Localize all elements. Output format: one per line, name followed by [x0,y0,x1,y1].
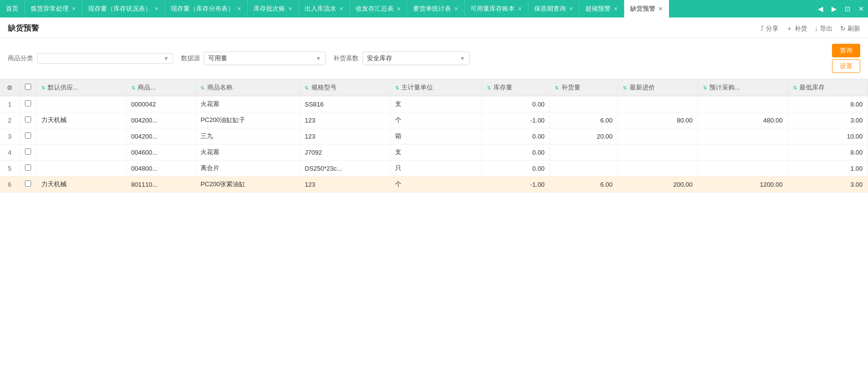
tab-home[interactable]: 首页 [0,0,25,18]
row-checkbox-cell[interactable] [19,112,36,128]
row-product-name: PC200油缸缸子 [196,112,300,128]
row-checkbox[interactable] [25,148,31,155]
table-body: 1 0000042 火花塞 SS816 支 0.00 8.00 2 力天机械 0… [0,96,868,193]
tab-expiry[interactable]: 保质期查询 ✕ [528,0,579,18]
tab-abnormal[interactable]: 炼货异常处理 ✕ [25,0,82,18]
th-checkbox[interactable] [19,79,36,96]
row-unit: 箱 [390,128,482,144]
row-stock-qty: 0.00 [482,160,550,176]
row-unit: 个 [390,176,482,193]
tab-stock-dist[interactable]: 现存量（库存分布表） ✕ [165,0,248,18]
row-unit: 只 [390,160,482,176]
row-checkbox-cell[interactable] [19,128,36,144]
th-gear[interactable]: ⚙ [0,79,19,96]
th-spec[interactable]: ⇅ 规格型号 [300,79,390,96]
row-latest-price [618,144,698,160]
th-replenish-qty[interactable]: ⇅ 补货量 [550,79,618,96]
table-row: 4 004600... 火花塞 J7092 支 0.00 8.00 [0,144,868,160]
tab-batch[interactable]: 库存批次账 ✕ [248,0,299,18]
tab-stock-status[interactable]: 现存量（库存状况表） ✕ [82,0,165,18]
row-stock-qty: 0.00 [482,128,550,144]
sort-icon-est: ⇅ [703,85,707,90]
close-tab-available[interactable]: ✕ [518,6,522,12]
row-num: 5 [0,160,19,176]
settings-button[interactable]: 设置 [832,59,860,73]
row-replenish-qty [550,160,618,176]
th-stock-qty[interactable]: ⇅ 库存量 [482,79,550,96]
close-tab-order-stat[interactable]: ✕ [454,6,458,12]
sort-icon-unit: ⇅ [395,85,399,90]
row-checkbox-cell[interactable] [19,176,36,193]
close-tab-stock-status[interactable]: ✕ [154,6,159,12]
table-row: 2 力天机械 004200... PC200油缸缸子 123 个 -1.00 6… [0,112,868,128]
th-default-supplier[interactable]: ⇅ 默认供应... [36,79,126,96]
action-buttons: 查询 设置 [832,44,860,73]
export-button[interactable]: ↓ 导出 [815,24,833,33]
close-tab-shortage[interactable]: ✕ [658,6,663,12]
close-tab-batch[interactable]: ✕ [288,6,292,12]
replenish-button[interactable]: ＋ 补货 [786,24,807,33]
close-tab-overstock[interactable]: ✕ [614,6,618,12]
tab-shortage[interactable]: 缺货预警 ✕ [624,0,669,18]
row-replenish-qty [550,96,618,112]
replenish-base-label: 补货基数 [333,54,359,63]
tab-inout[interactable]: 出入库流水 ✕ [299,0,350,18]
tab-order-stat[interactable]: 要货单统计表 ✕ [407,0,465,18]
row-checkbox[interactable] [25,164,31,171]
th-product-code[interactable]: ⇅ 商品... [126,79,196,96]
row-est-purchase: 1200.00 [698,176,788,193]
tab-collect[interactable]: 收发存汇总表 ✕ [350,0,407,18]
th-product-name[interactable]: ⇅ 商品名称 [196,79,300,96]
close-tab-inout[interactable]: ✕ [339,6,344,12]
row-min-stock: 8.00 [788,96,868,112]
row-checkbox-cell[interactable] [19,144,36,160]
replenish-base-select[interactable]: 安全库存 ▼ [362,52,470,65]
sort-icon-spec: ⇅ [305,85,308,90]
row-checkbox[interactable] [25,132,31,139]
th-est-purchase[interactable]: ⇅ 预计采购... [698,79,788,96]
row-default-supplier [36,128,126,144]
th-latest-price[interactable]: ⇅ 最新进价 [618,79,698,96]
row-min-stock: 10.00 [788,128,868,144]
close-tab-abnormal[interactable]: ✕ [72,6,76,12]
category-filter-group: 商品分类 ▼ [8,53,173,64]
row-checkbox[interactable] [25,116,31,123]
sort-icon-replenish: ⇅ [555,85,559,90]
tab-restore-button[interactable]: ⊡ [841,0,854,18]
datasource-select[interactable]: 可用量 ▼ [204,52,326,65]
row-default-supplier: 力天机械 [36,176,126,193]
tab-next-button[interactable]: ▶ [827,0,841,18]
page-title: 缺货预警 [8,23,39,34]
select-all-checkbox[interactable] [25,84,31,90]
row-checkbox[interactable] [25,100,31,106]
category-chevron-icon: ▼ [163,55,169,61]
refresh-button[interactable]: ↻ 刷新 [840,24,860,33]
tab-prev-button[interactable]: ◀ [814,0,827,18]
row-spec: 123 [300,176,390,193]
row-checkbox-cell[interactable] [19,96,36,112]
row-checkbox[interactable] [25,180,31,187]
tab-available[interactable]: 可用量库存账本 ✕ [465,0,528,18]
refresh-icon: ↻ [840,25,846,32]
close-tab-stock-dist[interactable]: ✕ [237,6,241,12]
datasource-select-value: 可用量 [208,54,227,63]
table-container: ⚙ ⇅ 默认供应... ⇅ 商品... ⇅ 商品名称 [0,79,868,193]
close-tab-expiry[interactable]: ✕ [569,6,573,12]
share-button[interactable]: ⤴ 分享 [760,24,778,33]
query-button[interactable]: 查询 [832,44,860,57]
page-header: 缺货预警 ⤴ 分享 ＋ 补货 ↓ 导出 ↻ 刷新 [0,18,868,38]
sort-icon-stock: ⇅ [487,85,491,90]
data-table: ⚙ ⇅ 默认供应... ⇅ 商品... ⇅ 商品名称 [0,79,868,193]
tab-overstock[interactable]: 超储预警 ✕ [579,0,624,18]
row-stock-qty: 0.00 [482,96,550,112]
th-unit[interactable]: ⇅ 主计量单位 [390,79,482,96]
row-default-supplier [36,144,126,160]
th-min-stock[interactable]: ⇅ 最低库存 [788,79,868,96]
row-min-stock: 1.00 [788,160,868,176]
close-tab-collect[interactable]: ✕ [397,6,401,12]
tab-close-all-button[interactable]: ✕ [854,0,868,18]
row-default-supplier [36,160,126,176]
filter-bar: 商品分类 ▼ 数据源 可用量 ▼ 补货基数 安全库存 ▼ 查询 设置 [0,38,868,79]
category-select[interactable]: ▼ [37,53,173,64]
row-checkbox-cell[interactable] [19,160,36,176]
